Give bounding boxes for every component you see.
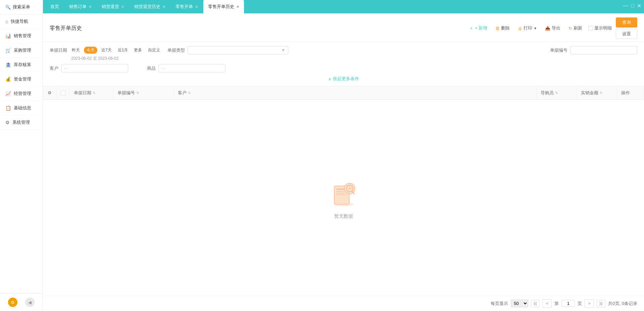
export-button[interactable]: 📤 导出: [543, 24, 562, 33]
setting-button[interactable]: 设置: [616, 29, 637, 39]
chart-icon: 📊: [5, 33, 11, 39]
guide-sort-icon: ⇅: [555, 91, 558, 95]
th-action-label: 操作: [621, 90, 630, 96]
content-area: 零售开单历史 ＋ + 新增 🗑 删除 🖨 打印 ▼ 📤 导出: [43, 13, 644, 311]
sidebar-item-basic-info[interactable]: 📋 基础信息: [0, 101, 43, 115]
date-shortcut-custom[interactable]: 自定义: [146, 47, 162, 54]
th-num[interactable]: 单据编号 ⇅: [113, 86, 174, 99]
tab-sales-order-close[interactable]: ✕: [89, 5, 92, 9]
date-shortcut-more[interactable]: 更多: [132, 47, 144, 54]
date-shortcut-1month[interactable]: 近1月: [116, 47, 130, 54]
tab-sales-return[interactable]: 销货退货 ✕: [97, 0, 129, 13]
filter-area: 单据日期 昨天 今天 近7天 近1月 更多 自定义 单据类型 ▼: [43, 42, 644, 86]
th-amount[interactable]: 实销金额 ⇅: [577, 86, 617, 99]
pagination-total: 共0页, 0条记录: [608, 301, 637, 307]
sidebar-item-system-mgmt[interactable]: ⚙ 系统管理: [0, 115, 43, 130]
finance-icon: 💰: [5, 76, 11, 82]
th-customer[interactable]: 客户 ⇅: [174, 86, 537, 99]
per-page-select[interactable]: 50 10 20 100: [511, 300, 528, 307]
tab-retail-open-history-close[interactable]: ✕: [236, 5, 239, 9]
sidebar-item-purchase-mgmt[interactable]: 🛒 采购管理: [0, 43, 43, 58]
customer-filter-input[interactable]: ···: [61, 64, 128, 72]
filter-num: 单据编号: [550, 46, 637, 54]
refresh-button[interactable]: ↻ 刷新: [566, 24, 584, 33]
date-range-text: 2023-06-02 至 2023-06-02: [71, 56, 118, 61]
next-page-button[interactable]: ＞: [585, 299, 594, 308]
date-shortcut-today[interactable]: 今天: [84, 47, 97, 54]
cart-icon: 🛒: [5, 48, 11, 53]
window-maximize-button[interactable]: □: [631, 3, 634, 9]
date-shortcut-7days[interactable]: 近7天: [99, 47, 114, 54]
tab-sales-order-label: 销售订单: [69, 4, 87, 10]
sidebar-bottom: ⚙ ◀: [0, 293, 43, 311]
first-page-button[interactable]: ⟨⟨: [531, 300, 540, 307]
sidebar-item-label: 采购管理: [14, 47, 31, 53]
tab-retail-open[interactable]: 零售开单 ✕: [171, 0, 203, 13]
empty-text: 暂无数据: [334, 213, 353, 219]
type-filter-chevron-icon: ▼: [281, 48, 286, 53]
tab-sales-return-history-close[interactable]: ✕: [162, 5, 165, 9]
window-controls: — □ ✕: [623, 3, 641, 9]
window-minimize-button[interactable]: —: [623, 3, 628, 9]
tab-retail-open-close[interactable]: ✕: [195, 5, 198, 9]
sidebar-item-inventory[interactable]: 🏦 库存核算: [0, 58, 43, 72]
settings-col-icon: ⚙: [48, 90, 52, 95]
th-date[interactable]: 单据日期 ⇅: [70, 86, 113, 99]
home-icon: ⌂: [5, 19, 8, 24]
sidebar-item-label: 库存核算: [14, 62, 31, 68]
filter-row-2: 客户 ··· 商品 ···: [50, 64, 637, 72]
type-filter-label: 单据类型: [167, 47, 185, 53]
per-page-label: 每页显示: [491, 301, 508, 307]
prev-page-button[interactable]: ＜: [542, 299, 552, 308]
collapse-bar[interactable]: ∧ 收起更多条件: [50, 76, 637, 82]
num-filter-input[interactable]: [570, 46, 637, 54]
print-button-label: 打印: [524, 25, 532, 31]
tab-retail-open-history[interactable]: 零售开单历史 ✕: [203, 0, 244, 13]
tab-home[interactable]: 首页: [46, 0, 64, 13]
add-button[interactable]: ＋ + 新增: [467, 24, 489, 33]
chevron-left-icon: ◀: [28, 300, 32, 305]
th-guide[interactable]: 导购员 ⇅: [537, 86, 577, 99]
goods-filter-input[interactable]: ···: [158, 64, 226, 72]
page-number-input[interactable]: [561, 300, 575, 307]
print-dropdown-icon: ▼: [534, 27, 537, 30]
last-page-button[interactable]: ⟩⟩: [597, 300, 605, 307]
tab-sales-return-history[interactable]: 销货退货历史 ✕: [130, 0, 170, 13]
goods-filter-placeholder: ···: [161, 66, 165, 71]
window-close-button[interactable]: ✕: [637, 3, 641, 9]
query-button[interactable]: 查询: [616, 17, 637, 28]
date-sort-icon: ⇅: [93, 91, 95, 95]
sidebar-item-label: 快捷导航: [11, 18, 28, 24]
filter-customer: 客户 ···: [50, 64, 128, 72]
th-num-label: 单据编号: [117, 90, 135, 96]
header-checkbox[interactable]: [61, 91, 65, 95]
display-detail-checkbox[interactable]: [588, 26, 593, 31]
print-button[interactable]: 🖨 打印 ▼: [516, 24, 539, 33]
th-checkbox[interactable]: [56, 86, 70, 99]
sidebar-item-finance[interactable]: 💰 资金管理: [0, 72, 43, 87]
th-amount-label: 实销金额: [581, 90, 598, 96]
amount-sort-icon: ⇅: [600, 91, 602, 95]
sidebar-search[interactable]: 🔍 搜索采单: [0, 0, 43, 14]
add-button-label: + 新增: [475, 25, 487, 31]
sidebar-item-operations[interactable]: 📈 经营管理: [0, 87, 43, 101]
pagination: 每页显示 50 10 20 100 ⟨⟨ ＜ 第 页 ＞ ⟩⟩ 共0页, 0条记…: [43, 296, 644, 311]
num-filter-label: 单据编号: [550, 47, 567, 53]
type-filter-select[interactable]: ▼: [188, 46, 288, 54]
tab-sales-return-close[interactable]: ✕: [121, 5, 124, 9]
date-shortcut-yesterday[interactable]: 昨天: [70, 47, 82, 54]
date-filter-label: 单据日期: [50, 47, 67, 53]
th-settings[interactable]: ⚙: [43, 86, 56, 99]
sidebar-item-sales-mgmt[interactable]: 📊 销售管理: [0, 29, 43, 43]
display-detail-toggle[interactable]: 显示明细: [588, 25, 612, 31]
tab-sales-order[interactable]: 销售订单 ✕: [64, 0, 96, 13]
page-prefix-label: 第: [554, 301, 559, 307]
gear-icon: ⚙: [5, 120, 10, 125]
settings-bottom-button[interactable]: ⚙: [8, 298, 17, 307]
collapse-sidebar-button[interactable]: ◀: [25, 298, 35, 307]
export-icon: 📤: [545, 26, 550, 31]
customer-filter-placeholder: ···: [64, 66, 68, 71]
gear-bottom-icon: ⚙: [11, 300, 15, 305]
sidebar-item-quick-nav[interactable]: ⌂ 快捷导航: [0, 14, 43, 29]
delete-button[interactable]: 🗑 删除: [493, 24, 512, 33]
